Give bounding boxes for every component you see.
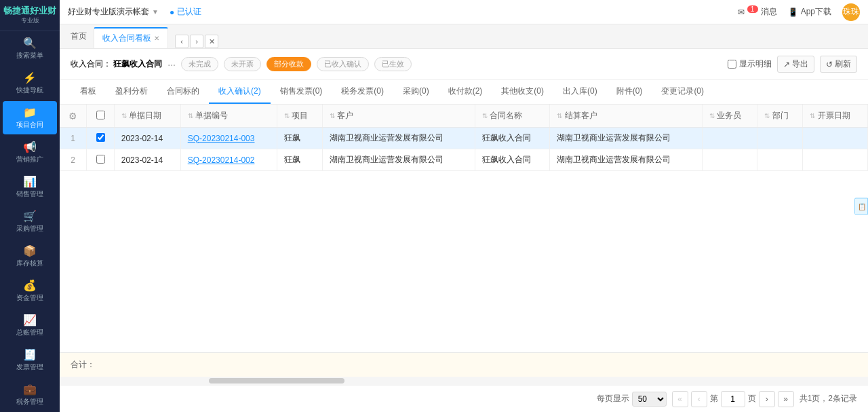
subtab-tax-invoice[interactable]: 税务发票(0) [332, 80, 393, 104]
contract-name: 狂飙收入合同 [113, 59, 162, 69]
row-date: 2023-02-14 [114, 128, 180, 149]
next-tab-button[interactable]: › [190, 35, 203, 48]
first-page-button[interactable]: « [672, 391, 688, 407]
status-uninvoiced-button[interactable]: 未开票 [224, 57, 261, 71]
prev-tab-button[interactable]: ‹ [175, 35, 189, 48]
sidebar-item-quicknav[interactable]: ⚡ 快捷导航 [3, 67, 57, 100]
float-action-button[interactable]: 📋 [854, 198, 868, 214]
column-settings-icon[interactable]: ⚙ [68, 111, 77, 121]
horizontal-scrollbar[interactable] [60, 377, 868, 385]
page-number-input[interactable] [721, 391, 745, 407]
home-tab[interactable]: 首页 [71, 24, 87, 48]
sidebar-item-inventory[interactable]: 📦 库存核算 [3, 240, 57, 273]
subtab-purchase[interactable]: 采购(0) [393, 80, 439, 104]
subtab-inout[interactable]: 出入库(0) [553, 80, 607, 104]
subtab-profit[interactable]: 盈利分析 [106, 80, 157, 104]
show-detail-checkbox-label[interactable]: 显示明细 [728, 58, 772, 70]
sales-icon: 📊 [23, 175, 37, 188]
sidebar-item-invoice[interactable]: 🧾 发票管理 [3, 343, 57, 377]
sort-date-icon[interactable]: ⇅ [121, 112, 127, 119]
message-icon: ✉ [738, 7, 745, 17]
certified-dot-icon: ● [170, 7, 174, 17]
sort-settle-icon[interactable]: ⇅ [557, 112, 562, 119]
total-records-info: 共1页，2条记录 [800, 393, 857, 405]
next-page-button[interactable]: › [759, 391, 775, 407]
table-header-settle: ⇅ 结算客户 [550, 105, 703, 128]
ledger-icon: 📈 [23, 314, 37, 326]
purchase-icon: 🛒 [23, 210, 37, 223]
subtab-subject[interactable]: 合同标的 [157, 80, 209, 104]
content-area: 收入合同： 狂飙收入合同 ··· 未完成 未开票 部分收款 已收入确认 已生效 … [60, 49, 868, 412]
scrollbar-thumb[interactable] [209, 378, 344, 383]
status-confirmed-button[interactable]: 已收入确认 [317, 57, 369, 71]
sidebar-item-purchase[interactable]: 🛒 采购管理 [3, 205, 57, 238]
marketing-icon: 📢 [23, 141, 37, 153]
sidebar-item-label: 发票管理 [16, 362, 43, 372]
subtab-payment[interactable]: 收付款(2) [439, 80, 492, 104]
more-actions-icon[interactable]: ··· [167, 59, 176, 70]
row-checkbox-cell [87, 128, 114, 149]
sort-project-icon[interactable]: ⇅ [284, 112, 290, 119]
subtab-change-log[interactable]: 变更记录(0) [652, 80, 713, 104]
row-num: 1 [60, 128, 87, 149]
page-size-select[interactable]: 10 20 50 100 [632, 392, 667, 407]
tab-contract-board[interactable]: 收入合同看板 ✕ [94, 27, 168, 48]
company-selector[interactable]: 好业财专业版演示帐套 ▼ [68, 6, 159, 18]
tax-icon: 💼 [23, 383, 37, 396]
subtab-revenue-confirm[interactable]: 收入确认(2) [209, 80, 271, 104]
user-avatar[interactable]: 珠珠 [842, 3, 860, 21]
sort-salesman-icon[interactable]: ⇅ [709, 112, 715, 119]
sort-contract-icon[interactable]: ⇅ [482, 112, 488, 119]
tab-label: 收入合同看板 [102, 33, 151, 44]
total-label: 合计： [71, 359, 95, 371]
topbar: 好业财专业版演示帐套 ▼ ● 已认证 ✉ 1 消息 📱 App下载 珠珠 [60, 0, 868, 24]
subtab-kanban[interactable]: 看板 [71, 80, 106, 104]
close-all-tabs-button[interactable]: ✕ [205, 35, 218, 48]
page-navigation: « ‹ 第 页 › » [672, 391, 794, 407]
sidebar-item-tax[interactable]: 💼 税务管理 [3, 378, 57, 411]
last-page-button[interactable]: » [778, 391, 794, 407]
sort-dept-icon[interactable]: ⇅ [764, 112, 770, 119]
subtab-attachment[interactable]: 附件(0) [607, 80, 652, 104]
message-button[interactable]: ✉ 1 消息 [738, 6, 777, 18]
sidebar-item-sales[interactable]: 📊 销售管理 [3, 170, 57, 204]
sidebar-item-project[interactable]: 📁 项目合同 [3, 101, 57, 134]
table-header-project: ⇅ 项目 [277, 105, 323, 128]
row-settle-customer: 湖南卫视商业运营发展有限公司 [550, 128, 703, 149]
status-incomplete-button[interactable]: 未完成 [181, 57, 218, 71]
row-checkbox-cell [87, 149, 114, 171]
sort-customer-icon[interactable]: ⇅ [330, 112, 335, 119]
table-row[interactable]: 2 2023-02-14 SQ-20230214-002 狂飙 湖南卫视商业运营… [60, 149, 868, 171]
status-partial-button[interactable]: 部分收款 [267, 57, 311, 71]
show-detail-checkbox[interactable] [728, 60, 736, 69]
table-header-gear: ⚙ [60, 105, 87, 128]
export-button[interactable]: ↗ 导出 [777, 56, 814, 73]
row-number-link[interactable]: SQ-20230214-003 [180, 128, 277, 149]
sidebar-item-ledger[interactable]: 📈 总账管理 [3, 309, 57, 342]
sort-invoice-date-icon[interactable]: ⇅ [810, 112, 815, 119]
table-container: ⚙ ⇅ 单据日期 ⇅ 单据编号 ⇅ 项目 ⇅ 客户 ⇅ 合同名称 ⇅ 结算客户 … [60, 105, 868, 352]
sidebar-item-finance[interactable]: 💰 资金管理 [3, 274, 57, 307]
row-checkbox[interactable] [96, 155, 105, 164]
sort-number-icon[interactable]: ⇅ [188, 112, 193, 119]
page-size-selector: 每页显示 10 20 50 100 [597, 392, 667, 407]
quick-icon: ⚡ [23, 71, 37, 84]
row-checkbox[interactable] [96, 133, 105, 142]
app-download-button[interactable]: 📱 App下载 [788, 6, 831, 18]
sidebar-item-label: 采购管理 [16, 224, 43, 233]
subtab-sales-invoice[interactable]: 销售发票(0) [271, 80, 332, 104]
refresh-icon: ↺ [826, 60, 833, 69]
row-project: 狂飙 [277, 128, 323, 149]
prev-page-button[interactable]: ‹ [691, 391, 707, 407]
status-effective-button[interactable]: 已生效 [374, 57, 412, 71]
table-row[interactable]: 1 2023-02-14 SQ-20230214-003 狂飙 湖南卫视商业运营… [60, 128, 868, 149]
sidebar-item-marketing[interactable]: 📢 营销推广 [3, 136, 57, 169]
finance-icon: 💰 [23, 279, 37, 292]
row-number-link[interactable]: SQ-20230214-002 [180, 149, 277, 171]
sidebar-item-search[interactable]: 🔍 搜索菜单 [3, 32, 57, 65]
select-all-checkbox[interactable] [96, 111, 105, 119]
sidebar-item-label: 营销推广 [16, 155, 43, 164]
refresh-button[interactable]: ↺ 刷新 [820, 56, 857, 73]
subtab-other[interactable]: 其他收支(0) [492, 80, 553, 104]
close-tab-icon[interactable]: ✕ [154, 35, 159, 42]
